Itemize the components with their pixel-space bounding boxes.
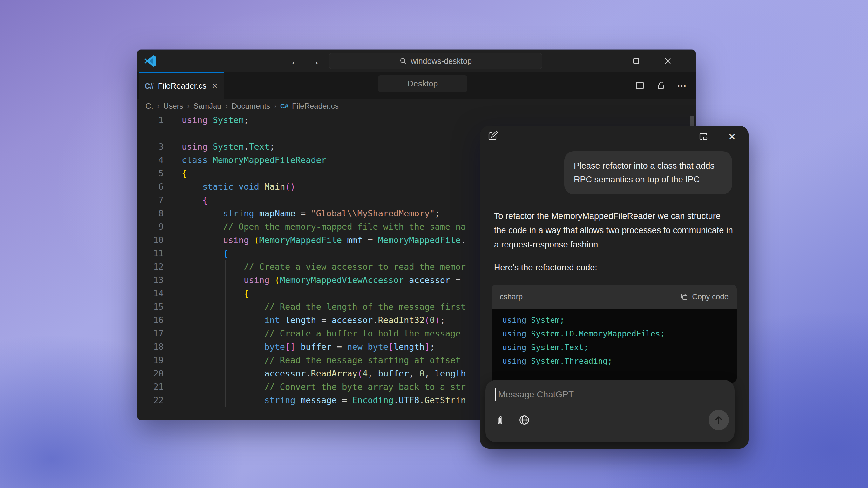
code-text: string mapName = "Global\\MySharedMemory… bbox=[182, 207, 440, 220]
code-text: using System; bbox=[182, 114, 249, 127]
line-number: 6 bbox=[137, 180, 164, 193]
chat-code-line: using System.Text; bbox=[502, 341, 737, 354]
breadcrumb-item[interactable]: SamJau bbox=[193, 102, 221, 111]
minimize-icon bbox=[601, 57, 609, 65]
desktop-chip: Desktop bbox=[378, 75, 467, 92]
code-text: { bbox=[182, 193, 208, 207]
send-arrow-icon bbox=[713, 415, 724, 425]
code-text: int length = accessor.ReadInt32(0); bbox=[182, 313, 445, 327]
line-number: 15 bbox=[137, 300, 164, 313]
editor-tab-bar: C# FileReader.cs ✕ Desktop ⋯ bbox=[137, 72, 696, 99]
vscode-logo-icon bbox=[144, 55, 157, 67]
minimize-button[interactable] bbox=[595, 53, 615, 69]
tab-close-icon[interactable]: ✕ bbox=[211, 81, 219, 91]
copy-icon bbox=[680, 293, 688, 301]
code-text: // Convert the byte array back to a str bbox=[182, 380, 466, 394]
line-number: 12 bbox=[137, 260, 164, 274]
copy-code-label: Copy code bbox=[692, 292, 728, 301]
code-text: { bbox=[182, 287, 249, 300]
nav-back-icon[interactable]: ← bbox=[288, 54, 303, 68]
code-block-body[interactable]: using System;using System.IO.MemoryMappe… bbox=[492, 309, 737, 383]
line-number: 1 bbox=[137, 114, 164, 127]
line-number: 7 bbox=[137, 193, 164, 207]
chat-code-line: using System.IO.MemoryMappedFiles; bbox=[502, 327, 737, 341]
maximize-button[interactable] bbox=[626, 53, 646, 69]
pop-out-icon bbox=[698, 131, 709, 142]
desktop-chip-label: Desktop bbox=[408, 79, 438, 89]
breadcrumb-file[interactable]: FileReader.cs bbox=[292, 102, 339, 111]
new-chat-button[interactable] bbox=[486, 129, 500, 143]
editor-line[interactable]: 1using System; bbox=[137, 114, 696, 127]
line-number: 17 bbox=[137, 327, 164, 340]
code-text: using (MemoryMappedFile mmf = MemoryMapp… bbox=[182, 234, 466, 247]
web-search-button[interactable] bbox=[517, 413, 531, 427]
csharp-file-icon: C# bbox=[280, 102, 288, 110]
line-number: 11 bbox=[137, 247, 164, 260]
breadcrumb[interactable]: C:›Users›SamJau›Documents›C#FileReader.c… bbox=[146, 99, 339, 113]
breadcrumb-separator: › bbox=[187, 102, 190, 111]
chat-code-line: using System; bbox=[502, 313, 737, 327]
window-close-icon bbox=[664, 57, 672, 65]
code-text: { bbox=[182, 247, 228, 260]
send-button[interactable] bbox=[709, 410, 729, 430]
unlock-icon[interactable] bbox=[654, 79, 667, 92]
breadcrumb-item[interactable]: Users bbox=[163, 102, 183, 111]
code-text: class MemoryMappedFileReader bbox=[182, 153, 326, 167]
text-caret bbox=[495, 388, 496, 401]
code-text: using System.Text; bbox=[182, 140, 275, 153]
line-number: 13 bbox=[137, 274, 164, 287]
code-text: // Read the length of the message first bbox=[182, 300, 466, 313]
paperclip-icon bbox=[495, 415, 505, 425]
tab-filereader[interactable]: C# FileReader.cs ✕ bbox=[140, 72, 224, 99]
code-text: accessor.ReadArray(4, buffer, 0, length bbox=[182, 367, 466, 380]
csharp-file-icon: C# bbox=[145, 82, 154, 91]
chat-input[interactable]: Message ChatGPT bbox=[486, 380, 735, 442]
line-number: 16 bbox=[137, 313, 164, 327]
copy-code-button[interactable]: Copy code bbox=[680, 292, 728, 301]
window-close-button[interactable] bbox=[658, 53, 678, 69]
split-editor-icon[interactable] bbox=[633, 79, 646, 92]
search-icon bbox=[399, 57, 407, 65]
code-text: { bbox=[182, 167, 187, 180]
line-number: 14 bbox=[137, 287, 164, 300]
user-message-bubble: Please refactor into a class that adds R… bbox=[564, 151, 732, 194]
tab-label: FileReader.cs bbox=[158, 81, 207, 91]
chat-code-line: using System.Threading; bbox=[502, 354, 737, 368]
chat-code-block: csharp Copy code using System;using Syst… bbox=[492, 285, 737, 383]
code-block-header: csharp Copy code bbox=[492, 285, 737, 309]
line-number: 21 bbox=[137, 380, 164, 394]
breadcrumb-item[interactable]: Documents bbox=[231, 102, 270, 111]
new-chat-icon bbox=[487, 130, 498, 142]
chat-close-button[interactable]: ✕ bbox=[725, 130, 739, 144]
command-center-search[interactable]: windows-desktop bbox=[329, 53, 542, 69]
line-number: 19 bbox=[137, 354, 164, 367]
chat-close-icon: ✕ bbox=[728, 131, 736, 142]
line-number: 4 bbox=[137, 153, 164, 167]
breadcrumb-separator: › bbox=[157, 102, 159, 111]
nav-forward-icon[interactable]: → bbox=[307, 54, 322, 68]
line-number: 5 bbox=[137, 167, 164, 180]
breadcrumb-item[interactable]: C: bbox=[146, 102, 153, 111]
line-number: 18 bbox=[137, 340, 164, 354]
code-text: using (MemoryMappedViewAccessor accessor… bbox=[182, 274, 461, 287]
breadcrumb-separator: › bbox=[274, 102, 276, 111]
desktop-background: ← → windows-desktop C# FileReader.cs bbox=[0, 0, 868, 488]
search-value: windows-desktop bbox=[411, 57, 472, 66]
line-number: 9 bbox=[137, 220, 164, 234]
line-number: 10 bbox=[137, 234, 164, 247]
pop-out-button[interactable] bbox=[696, 130, 710, 144]
code-text: byte[] buffer = new byte[length]; bbox=[182, 340, 435, 354]
maximize-icon bbox=[632, 57, 640, 65]
code-text: static void Main() bbox=[182, 180, 296, 193]
attach-file-button[interactable] bbox=[493, 413, 507, 427]
vscode-titlebar[interactable]: ← → windows-desktop bbox=[137, 50, 696, 72]
code-language-label: csharp bbox=[500, 292, 523, 301]
line-number: 20 bbox=[137, 367, 164, 380]
code-text: // Create a buffer to hold the message bbox=[182, 327, 461, 340]
user-message-text: Please refactor into a class that adds R… bbox=[574, 161, 715, 184]
line-number: 3 bbox=[137, 140, 164, 153]
code-text: // Open the memory-mapped file with the … bbox=[182, 220, 466, 234]
globe-icon bbox=[519, 414, 530, 426]
code-text: string message = Encoding.UTF8.GetStrin bbox=[182, 394, 466, 407]
more-actions-icon[interactable]: ⋯ bbox=[676, 79, 688, 92]
